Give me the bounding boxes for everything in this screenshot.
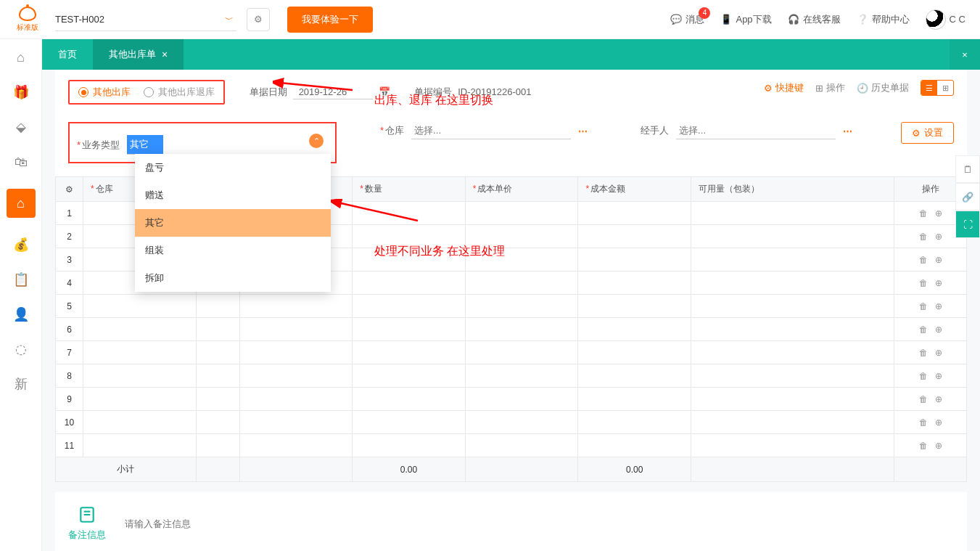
sidebar-sync-icon[interactable]: ◌ [13,341,29,357]
table-row[interactable]: 5🗑⊕ [56,295,967,318]
remarks-input[interactable] [125,513,954,535]
phone-icon: 📱 [720,14,732,25]
copy-icon[interactable]: ⊕ [935,278,942,288]
table-row[interactable]: 11🗑⊕ [56,434,967,457]
docno-value: ID-20191226-001 [458,86,531,97]
date-value[interactable]: 2019-12-26 [293,85,373,99]
radio-outbound[interactable]: 其他出库 [78,86,131,99]
copy-icon[interactable]: ⊕ [935,208,942,219]
delete-icon[interactable]: 🗑 [919,232,928,242]
tabs: 首页 其他出库单 × × [42,39,980,70]
copy-icon[interactable]: ⊕ [935,441,942,451]
date-field: 单据日期 2019-12-26 📅 [250,85,390,99]
more-icon[interactable]: ⋯ [578,126,588,136]
rail-note-icon[interactable]: 🗒 [955,155,980,183]
sidebar-bag-icon[interactable]: 🛍 [13,154,29,170]
tab-document[interactable]: 其他出库单 × [93,39,184,70]
logo-icon [19,7,36,21]
radio-return[interactable]: 其他出库退库 [144,86,215,99]
outbound-type-radio-group: 其他出库 其他出库退库 [68,80,225,105]
copy-icon[interactable]: ⊕ [935,348,942,358]
chevron-up-icon[interactable]: ⌃ [309,134,324,148]
table-row[interactable]: 6🗑⊕ [56,318,967,341]
delete-icon[interactable]: 🗑 [919,394,928,404]
gear-icon: ⚙ [912,128,921,139]
topbar: 标准版 TEST-H002 ﹀ ⚙ 我要体验一下 💬 消息 4 📱 App下载 … [0,0,980,39]
row-index: 11 [56,434,83,457]
row-index: 4 [56,272,83,295]
close-all-icon[interactable]: × [950,39,980,70]
business-type-select[interactable]: 其它 [127,135,163,155]
delete-icon[interactable]: 🗑 [919,417,928,428]
sidebar-home-icon[interactable]: ⌂ [13,49,29,65]
remarks-icon: 备注信息 [68,505,106,542]
settings-icon[interactable]: ⚙ [247,8,270,31]
copy-icon[interactable]: ⊕ [935,232,942,242]
close-icon[interactable]: × [162,49,168,60]
support-link[interactable]: 🎧 在线客服 [788,13,841,26]
view-grid-icon[interactable]: ⊞ [937,81,953,95]
subtotal-amount: 0.00 [578,457,691,482]
sidebar-new-icon[interactable]: 新 [13,376,29,392]
warehouse-select[interactable] [411,122,571,139]
sidebar-warehouse-icon[interactable]: ⌂ [7,189,36,218]
try-button[interactable]: 我要体验一下 [287,7,373,33]
document-header: 其他出库 其他出库退库 单据日期 2019-12-26 📅 单据编号 ID-20… [55,70,967,112]
delete-icon[interactable]: 🗑 [919,371,928,381]
business-type-field: *业务类型 其它 ⌃ 盘亏 赠送 其它 组装 拆卸 [68,122,337,163]
delete-icon[interactable]: 🗑 [919,301,928,311]
warehouse-field: *仓库 ⋯ [380,122,597,139]
more-icon[interactable]: ⋯ [843,126,852,136]
subtotal-qty: 0.00 [353,457,466,482]
table-row[interactable]: 8🗑⊕ [56,364,967,388]
option-qita[interactable]: 其它 [135,209,331,237]
copy-icon[interactable]: ⊕ [935,371,942,381]
table-row[interactable]: 7🗑⊕ [56,341,967,364]
column-config-icon[interactable]: ⚙ [56,177,83,202]
table-row[interactable]: 9🗑⊕ [56,388,967,411]
delete-icon[interactable]: 🗑 [919,208,928,219]
operate-link[interactable]: ⊞ 操作 [815,81,845,94]
app-download-link[interactable]: 📱 App下载 [720,13,771,26]
sidebar-money-icon[interactable]: 💰 [13,237,29,253]
copy-icon[interactable]: ⊕ [935,394,942,404]
row-index: 10 [56,411,83,434]
header-tools: ⚙ 快捷键 ⊞ 操作 🕘 历史单据 ☰ ⊞ [764,80,954,96]
sidebar-tag-icon[interactable]: ⬙ [13,119,29,135]
user-menu[interactable]: C C [926,9,965,30]
filter-row: *业务类型 其它 ⌃ 盘亏 赠送 其它 组装 拆卸 *仓库 ⋯ [55,112,967,176]
calendar-icon[interactable]: 📅 [379,86,390,97]
messages-link[interactable]: 💬 消息 4 [670,13,704,26]
col-available: 可用量（包装） [691,177,894,202]
history-link[interactable]: 🕘 历史单据 [857,81,909,94]
table-row[interactable]: 10🗑⊕ [56,411,967,434]
option-zuzhuang[interactable]: 组装 [135,237,331,264]
avatar [926,9,946,30]
org-selector[interactable]: TEST-H002 ﹀ [55,8,236,31]
rail-expand-icon[interactable]: ⛶ [955,211,980,238]
delete-icon[interactable]: 🗑 [919,441,928,451]
sidebar-gift-icon[interactable]: 🎁 [13,84,29,100]
copy-icon[interactable]: ⊕ [935,417,942,428]
copy-icon[interactable]: ⊕ [935,301,942,311]
copy-icon[interactable]: ⊕ [935,255,942,265]
rail-link-icon[interactable]: 🔗 [955,183,980,211]
option-chaixie[interactable]: 拆卸 [135,264,331,292]
delete-icon[interactable]: 🗑 [919,348,928,358]
shortcut-link[interactable]: ⚙ 快捷键 [764,81,804,94]
delete-icon[interactable]: 🗑 [919,325,928,335]
view-list-icon[interactable]: ☰ [921,81,937,95]
handler-select[interactable] [676,122,836,139]
delete-icon[interactable]: 🗑 [919,278,928,288]
sidebar-clipboard-icon[interactable]: 📋 [13,272,29,287]
option-zengsong[interactable]: 赠送 [135,181,331,209]
tab-home[interactable]: 首页 [42,39,93,70]
copy-icon[interactable]: ⊕ [935,325,942,335]
settings-button[interactable]: ⚙ 设置 [901,122,954,144]
sidebar-contact-icon[interactable]: 👤 [13,306,29,322]
help-link[interactable]: ❔ 帮助中心 [857,13,910,26]
right-rail: 🗒 🔗 ⛶ [955,155,980,238]
option-pankui[interactable]: 盘亏 [135,154,331,181]
handler-field: 经手人 ⋯ [641,122,857,139]
delete-icon[interactable]: 🗑 [919,255,928,265]
